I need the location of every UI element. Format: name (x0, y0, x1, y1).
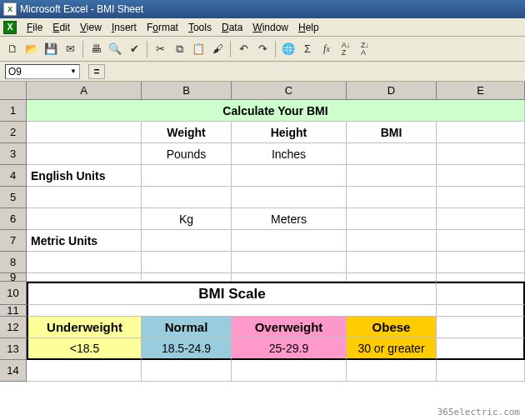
mail-icon[interactable]: ✉ (61, 40, 79, 58)
col-header-e[interactable]: E (437, 82, 525, 100)
menu-tools[interactable]: Tools (183, 20, 217, 35)
menu-window[interactable]: Window (248, 20, 293, 35)
cell-a2[interactable] (27, 122, 142, 143)
col-header-a[interactable]: A (27, 82, 142, 100)
format-painter-icon[interactable]: 🖌 (208, 40, 227, 58)
cell-c8[interactable] (232, 252, 347, 273)
cell-d5[interactable] (347, 187, 437, 208)
name-box[interactable]: O9 ▼ (5, 64, 80, 79)
cell-b8[interactable] (142, 252, 232, 273)
cell-e2[interactable] (437, 122, 525, 143)
cell-a14[interactable] (27, 360, 142, 382)
cell-a7[interactable]: Metric Units (27, 230, 142, 252)
cell-d14[interactable] (347, 360, 437, 382)
sort-asc-icon[interactable]: A↓Z (337, 40, 355, 58)
cell-d6[interactable] (347, 208, 437, 230)
cell-e10[interactable] (437, 282, 525, 305)
cell-b6[interactable]: Kg (142, 208, 232, 230)
cell-d3[interactable] (347, 143, 437, 165)
cell-b12[interactable]: Normal (142, 317, 232, 338)
cell-e14[interactable] (437, 360, 525, 382)
row-header-4[interactable]: 4 (0, 165, 27, 187)
row-header-6[interactable]: 6 (0, 208, 27, 230)
cell-e6[interactable] (437, 208, 525, 230)
cell-b3[interactable]: Pounds (142, 143, 232, 165)
sort-desc-icon[interactable]: Z↓A (356, 40, 374, 58)
cell-a6[interactable] (27, 208, 142, 230)
menu-file[interactable]: File (22, 20, 48, 35)
autosum-icon[interactable]: Σ (298, 40, 317, 58)
cell-a8[interactable] (27, 252, 142, 273)
cell-e11[interactable] (437, 305, 525, 317)
cell-c7[interactable] (232, 230, 347, 252)
cell-row11-merged[interactable] (27, 305, 437, 317)
cell-d8[interactable] (347, 252, 437, 273)
cell-b7[interactable] (142, 230, 232, 252)
excel-doc-icon[interactable]: X (3, 21, 17, 34)
row-header-10[interactable]: 10 (0, 282, 27, 305)
hyperlink-icon[interactable]: 🌐 (279, 40, 298, 58)
menu-data[interactable]: Data (217, 20, 248, 35)
open-icon[interactable]: 📂 (22, 40, 41, 58)
cell-a4[interactable]: English Units (27, 165, 142, 187)
cell-b13[interactable]: 18.5-24.9 (142, 338, 232, 360)
col-header-d[interactable]: D (347, 82, 437, 100)
copy-icon[interactable]: ⧉ (170, 40, 188, 58)
spellcheck-icon[interactable]: ✔ (125, 40, 143, 58)
row-header-1[interactable]: 1 (0, 100, 27, 122)
row-header-3[interactable]: 3 (0, 143, 27, 165)
print-preview-icon[interactable]: 🔍 (106, 40, 124, 58)
cell-c6[interactable]: Meters (232, 208, 347, 230)
cell-e7[interactable] (437, 230, 525, 252)
select-all-corner[interactable] (0, 82, 27, 100)
row-header-7[interactable]: 7 (0, 230, 27, 252)
cell-b4[interactable] (142, 165, 232, 187)
menu-help[interactable]: Help (293, 20, 324, 35)
menu-insert[interactable]: Insert (107, 20, 142, 35)
menu-view[interactable]: View (75, 20, 107, 35)
row-header-2[interactable]: 2 (0, 122, 27, 143)
equals-button[interactable]: = (88, 64, 105, 79)
cell-c2[interactable]: Height (232, 122, 347, 143)
cell-e8[interactable] (437, 252, 525, 273)
cell-d2[interactable]: BMI (347, 122, 437, 143)
cell-b9[interactable] (142, 273, 232, 282)
redo-icon[interactable]: ↷ (253, 40, 272, 58)
paste-icon[interactable]: 📋 (189, 40, 208, 58)
cell-c9[interactable] (232, 273, 347, 282)
row-header-14[interactable]: 14 (0, 360, 27, 382)
cell-c12[interactable]: Overweight (232, 317, 347, 338)
row-header-11[interactable]: 11 (0, 305, 27, 317)
new-icon[interactable]: 🗋 (3, 40, 22, 58)
menu-format[interactable]: Format (142, 20, 183, 35)
save-icon[interactable]: 💾 (42, 40, 60, 58)
cut-icon[interactable]: ✂ (151, 40, 169, 58)
col-header-b[interactable]: B (142, 82, 232, 100)
cell-c13[interactable]: 25-29.9 (232, 338, 347, 360)
cell-a5[interactable] (27, 187, 142, 208)
cell-c14[interactable] (232, 360, 347, 382)
dropdown-icon[interactable]: ▼ (70, 68, 77, 75)
col-header-c[interactable]: C (232, 82, 347, 100)
cell-a12[interactable]: Underweight (27, 317, 142, 338)
cell-d4[interactable] (347, 165, 437, 187)
cell-c3[interactable]: Inches (232, 143, 347, 165)
cell-d9[interactable] (347, 273, 437, 282)
cell-d7[interactable] (347, 230, 437, 252)
cell-e9[interactable] (437, 273, 525, 282)
print-icon[interactable]: 🖶 (87, 40, 105, 58)
cell-e5[interactable] (437, 187, 525, 208)
cell-a3[interactable] (27, 143, 142, 165)
cell-c4[interactable] (232, 165, 347, 187)
cell-e3[interactable] (437, 143, 525, 165)
cell-c5[interactable] (232, 187, 347, 208)
cell-title[interactable]: Calculate Your BMI (27, 100, 525, 122)
row-header-12[interactable]: 12 (0, 317, 27, 338)
cell-e12[interactable] (437, 317, 525, 338)
cell-e13[interactable] (437, 338, 525, 360)
function-icon[interactable]: fx (318, 40, 336, 58)
cell-d12[interactable]: Obese (347, 317, 437, 338)
undo-icon[interactable]: ↶ (234, 40, 252, 58)
row-header-9[interactable]: 9 (0, 273, 27, 282)
cell-b5[interactable] (142, 187, 232, 208)
